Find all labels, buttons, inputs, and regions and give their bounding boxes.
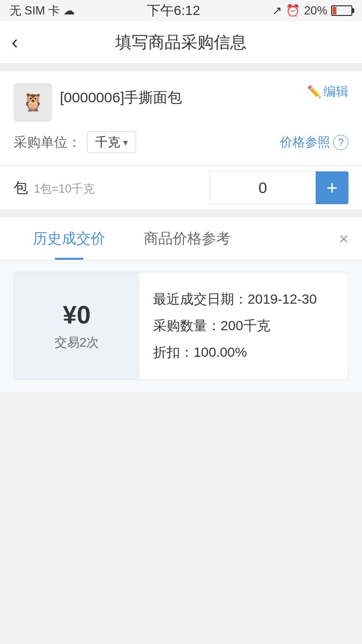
price-ref-label: 价格参照 [280, 134, 330, 151]
quantity-input[interactable] [209, 171, 316, 204]
quantity-plus-button[interactable]: + [316, 171, 348, 204]
status-right: ↗ ⏰ 20% [272, 4, 352, 17]
sim-status: 无 SIM 卡 ☁ [10, 3, 75, 18]
tab-history-price[interactable]: 历史成交价 [14, 217, 125, 260]
history-price-content: ¥0 交易2次 最近成交日期：2019-12-30 采购数量：200千克 折扣：… [0, 260, 362, 392]
tab-underline [55, 258, 84, 260]
discount-value: 100.00% [194, 345, 247, 360]
price-card: ¥0 交易2次 最近成交日期：2019-12-30 采购数量：200千克 折扣：… [14, 272, 348, 380]
edit-icon: ✏️ [307, 85, 321, 98]
quantity-value: 200千克 [221, 318, 270, 333]
price-trades: 交易2次 [55, 334, 99, 351]
quantity-row: 包 1包=10千克 + [14, 166, 348, 210]
edit-label: 编辑 [323, 83, 348, 100]
purchase-unit-left: 采购单位： 千克 ▾ [14, 131, 136, 153]
status-left: 无 SIM 卡 ☁ [10, 3, 75, 18]
nav-bar: ‹ 填写商品采购信息 [0, 21, 362, 64]
location-icon: ↗ [272, 4, 282, 17]
recent-date-row: 最近成交日期：2019-12-30 [153, 290, 334, 308]
quantity-unit-big: 包 [14, 178, 28, 198]
battery-percent: 20% [304, 4, 327, 17]
product-logo-icon: 🦉 [22, 92, 44, 112]
product-card: 🦉 [0000006]手撕面包 ✏️ 编辑 采购单位： 千克 ▾ 价格参照 ? [0, 71, 362, 165]
tab-product-price-ref-label: 商品价格参考 [144, 229, 231, 249]
unit-value: 千克 [95, 134, 120, 151]
price-card-right: 最近成交日期：2019-12-30 采购数量：200千克 折扣：100.00% [139, 272, 348, 379]
purchase-unit-row: 采购单位： 千克 ▾ 价格参照 ? [14, 131, 348, 153]
page-title: 填写商品采购信息 [115, 31, 247, 54]
tab-product-price-ref[interactable]: 商品价格参考 [125, 217, 250, 260]
unit-selector[interactable]: 千克 ▾ [87, 131, 136, 153]
quantity-label: 包 1包=10千克 [14, 178, 95, 198]
discount-label: 折扣： [153, 345, 194, 360]
price-amount: ¥0 [63, 300, 91, 329]
discount-row: 折扣：100.00% [153, 343, 334, 362]
status-bar: 无 SIM 卡 ☁ 下午6:12 ↗ ⏰ 20% [0, 0, 362, 21]
tabs-header: 历史成交价 商品价格参考 × [0, 217, 362, 260]
battery-icon [331, 5, 352, 16]
quantity-input-wrap: + [209, 171, 348, 204]
help-icon: ? [333, 135, 348, 150]
purchase-qty-row: 采购数量：200千克 [153, 316, 334, 335]
chevron-down-icon: ▾ [123, 137, 128, 148]
price-reference-button[interactable]: 价格参照 ? [280, 134, 348, 151]
price-card-left: ¥0 交易2次 [14, 272, 139, 379]
product-name: [0000006]手撕面包 [60, 83, 182, 108]
status-time: 下午6:12 [147, 1, 200, 20]
quantity-label: 采购数量： [153, 318, 221, 333]
product-info-left: 🦉 [0000006]手撕面包 [14, 83, 182, 122]
edit-button[interactable]: ✏️ 编辑 [307, 83, 348, 100]
tab-close-button[interactable]: × [339, 229, 348, 248]
alarm-icon: ⏰ [286, 4, 300, 17]
product-thumbnail: 🦉 [14, 83, 52, 122]
back-button[interactable]: ‹ [12, 31, 18, 53]
quantity-unit-small: 1包=10千克 [34, 181, 95, 196]
tab-history-price-label: 历史成交价 [33, 229, 105, 249]
product-header: 🦉 [0000006]手撕面包 ✏️ 编辑 [14, 83, 348, 122]
quantity-section: 包 1包=10千克 + [0, 166, 362, 210]
recent-date-label: 最近成交日期： [153, 292, 248, 307]
purchase-unit-label: 采购单位： [14, 133, 81, 152]
main-background [0, 392, 362, 644]
tabs-section: 历史成交价 商品价格参考 × ¥0 交易2次 最近成交日期：2019-12-30… [0, 217, 362, 392]
recent-date-value: 2019-12-30 [248, 292, 317, 307]
